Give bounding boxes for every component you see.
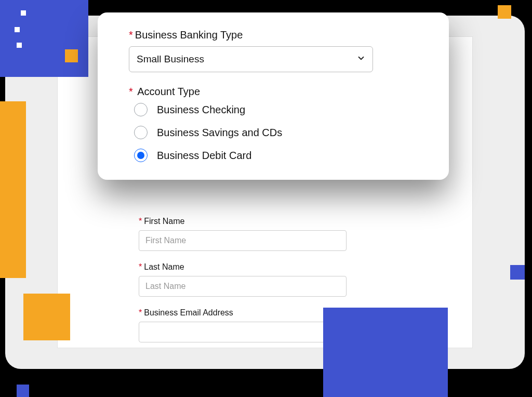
last-name-field: *Last Name: [139, 262, 347, 297]
radio-label: Business Savings and CDs: [157, 127, 282, 139]
contact-form: *First Name *Last Name *Business Email A…: [139, 217, 347, 354]
email-field: *Business Email Address: [139, 308, 347, 342]
first-name-label-text: First Name: [144, 217, 184, 226]
banking-type-select[interactable]: [129, 46, 373, 72]
decoration: [498, 5, 511, 19]
banking-type-label: *Business Banking Type: [129, 29, 418, 41]
decoration: [0, 101, 26, 278]
email-label-text: Business Email Address: [144, 308, 233, 317]
account-type-option-savings[interactable]: Business Savings and CDs: [134, 126, 418, 139]
email-label: *Business Email Address: [139, 308, 347, 317]
required-marker: *: [139, 262, 142, 271]
decoration: [23, 294, 70, 340]
decoration: [510, 265, 525, 280]
last-name-input[interactable]: [139, 276, 347, 297]
last-name-label: *Last Name: [139, 262, 347, 272]
decoration: [21, 10, 26, 16]
first-name-label: *First Name: [139, 217, 347, 226]
account-type-option-checking[interactable]: Business Checking: [134, 103, 418, 116]
decoration: [323, 308, 448, 397]
decoration: [17, 43, 22, 48]
radio-label: Business Checking: [157, 104, 245, 116]
account-setup-card: *Business Banking Type * Account Type Bu…: [98, 12, 449, 180]
decoration: [65, 49, 78, 62]
radio-icon: [134, 103, 148, 116]
account-type-label-text: Account Type: [137, 86, 200, 97]
account-type-group: * Account Type Business Checking Busines…: [129, 86, 418, 162]
required-marker: *: [129, 29, 133, 41]
radio-label: Business Debit Card: [157, 150, 251, 162]
account-type-label: * Account Type: [129, 86, 418, 98]
decoration: [15, 27, 20, 32]
last-name-label-text: Last Name: [144, 262, 184, 271]
first-name-input[interactable]: [139, 230, 347, 251]
required-marker: *: [129, 86, 133, 97]
radio-icon: [134, 126, 148, 139]
required-marker: *: [139, 217, 142, 226]
decoration: [17, 385, 29, 397]
radio-icon: [134, 149, 148, 162]
banking-type-select-wrap: [129, 46, 373, 72]
email-input[interactable]: [139, 322, 347, 342]
first-name-field: *First Name: [139, 217, 347, 251]
account-type-option-debit[interactable]: Business Debit Card: [134, 149, 418, 162]
decoration: [0, 0, 88, 77]
required-marker: *: [139, 308, 142, 317]
banking-type-label-text: Business Banking Type: [135, 29, 243, 41]
